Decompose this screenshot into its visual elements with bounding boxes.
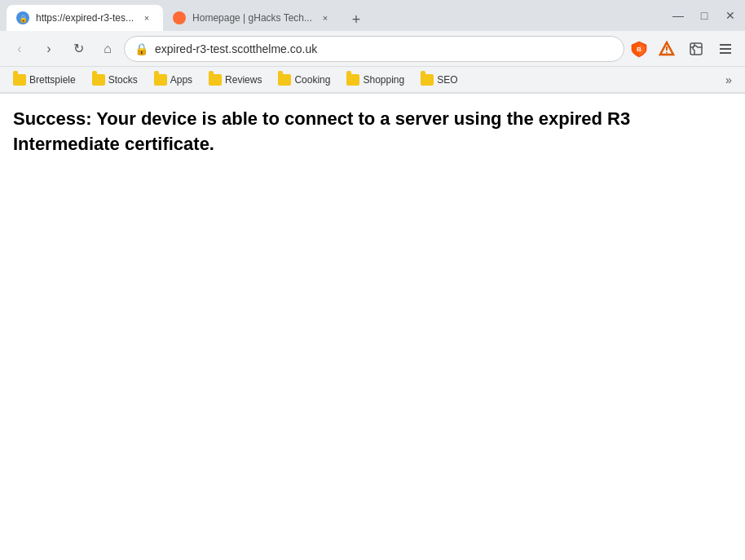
bookmark-seo[interactable]: SEO (414, 73, 464, 87)
forward-button[interactable]: › (36, 36, 62, 62)
active-tab[interactable]: 🔒 https://expired-r3-tes... × (7, 5, 163, 31)
lock-icon: 🔒 (134, 42, 148, 55)
menu-icon (717, 41, 734, 57)
folder-icon (154, 74, 167, 86)
folder-icon (92, 74, 105, 86)
svg-text:🔒: 🔒 (19, 14, 29, 24)
folder-icon (421, 74, 434, 86)
maximize-button[interactable]: □ (696, 7, 712, 24)
back-icon: ‹ (17, 42, 21, 56)
bookmarks-bar: Brettspiele Stocks Apps Reviews Cooking … (0, 67, 745, 93)
brave-rewards-button[interactable] (654, 36, 680, 62)
inactive-tab-favicon (173, 11, 186, 24)
tabs-area: 🔒 https://expired-r3-tes... × Homepage |… (7, 0, 663, 31)
inactive-tab-title: Homepage | gHacks Tech... (192, 12, 312, 24)
bookmark-cooking[interactable]: Cooking (271, 73, 337, 87)
url-text: expired-r3-test.scotthelme.co.uk (155, 42, 614, 55)
home-button[interactable]: ⌂ (95, 36, 121, 62)
bookmark-stocks[interactable]: Stocks (86, 73, 144, 87)
svg-point-6 (666, 51, 668, 53)
browser-chrome: 🔒 https://expired-r3-tes... × Homepage |… (0, 0, 745, 94)
nav-right-icons: B (628, 36, 738, 62)
refresh-icon: ↻ (73, 41, 84, 56)
brave-rewards-icon (659, 41, 675, 57)
svg-rect-7 (690, 43, 702, 55)
window-controls: — □ ✕ (670, 7, 738, 24)
inactive-tab[interactable]: Homepage | gHacks Tech... × (163, 5, 342, 31)
active-tab-close-button[interactable]: × (140, 11, 153, 24)
bookmark-label: SEO (437, 74, 457, 86)
close-window-button[interactable]: ✕ (722, 7, 738, 24)
active-tab-favicon: 🔒 (16, 11, 29, 24)
home-icon: ⌂ (104, 42, 112, 56)
forward-icon: › (46, 42, 51, 56)
extensions-icon (688, 41, 704, 57)
brave-shield-icon: B (630, 40, 648, 58)
bookmark-label: Cooking (294, 74, 330, 86)
bookmarks-more-button[interactable]: » (719, 70, 738, 90)
bookmark-apps[interactable]: Apps (148, 73, 199, 87)
bookmark-label: Brettspiele (29, 74, 76, 86)
bookmark-label: Shopping (363, 74, 404, 86)
bookmark-label: Stocks (108, 74, 138, 86)
bookmark-shopping[interactable]: Shopping (340, 73, 411, 87)
folder-icon (13, 74, 26, 86)
folder-icon (278, 74, 291, 86)
minimize-button[interactable]: — (670, 7, 686, 24)
bookmark-brettspiele[interactable]: Brettspiele (7, 73, 82, 87)
refresh-button[interactable]: ↻ (65, 36, 91, 62)
folder-icon (209, 74, 222, 86)
bookmark-reviews[interactable]: Reviews (202, 73, 268, 87)
svg-text:B: B (637, 46, 641, 53)
inactive-tab-close-button[interactable]: × (319, 11, 332, 24)
extensions-button[interactable] (683, 36, 709, 62)
folder-icon (346, 74, 359, 86)
active-tab-title: https://expired-r3-tes... (36, 12, 134, 24)
browser-menu-button[interactable] (712, 36, 738, 62)
success-message: Success: Your device is able to connect … (13, 107, 714, 157)
brave-shield-button[interactable]: B (628, 37, 650, 60)
bookmark-label: Reviews (225, 74, 262, 86)
svg-point-2 (174, 12, 185, 24)
address-bar[interactable]: 🔒 expired-r3-test.scotthelme.co.uk (124, 36, 624, 62)
navigation-bar: ‹ › ↻ ⌂ 🔒 expired-r3-test.scotthelme.co.… (0, 31, 745, 67)
title-bar: 🔒 https://expired-r3-tes... × Homepage |… (0, 0, 745, 31)
bookmark-label: Apps (170, 74, 192, 86)
back-button[interactable]: ‹ (7, 36, 33, 62)
page-content: Success: Your device is able to connect … (0, 94, 745, 560)
new-tab-button[interactable]: + (345, 8, 368, 31)
